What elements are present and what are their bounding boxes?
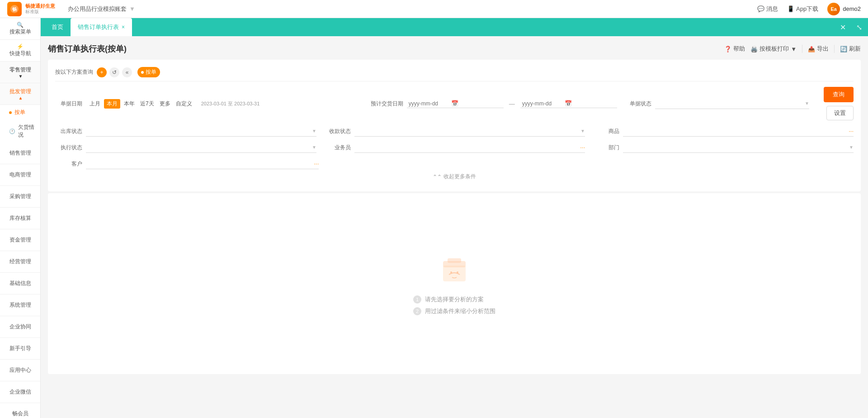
sidebar-item-basic[interactable]: 系统管理 bbox=[0, 294, 40, 316]
date-shortcut-7days[interactable]: 近7天 bbox=[138, 99, 156, 109]
calendar-start-icon[interactable]: 📅 bbox=[451, 100, 458, 107]
sidebar-item-operations[interactable]: 基础信息 bbox=[0, 273, 40, 294]
pay-status-input[interactable] bbox=[354, 128, 579, 134]
date-shortcut-custom[interactable]: 自定义 bbox=[174, 99, 194, 109]
exec-status-input[interactable] bbox=[86, 144, 310, 151]
refresh-scheme-button[interactable]: ↺ bbox=[109, 67, 119, 77]
dept-label: 部门 bbox=[592, 144, 619, 152]
refresh-icon: 🔄 bbox=[840, 46, 847, 52]
app-logo: 畅 bbox=[7, 2, 22, 16]
exec-status-dropdown-icon[interactable]: ▼ bbox=[312, 145, 316, 150]
tab-maximize-button[interactable]: ⤡ bbox=[854, 22, 864, 33]
sidebar-item-finance[interactable]: 经营管理 bbox=[0, 251, 40, 273]
date-shortcut-prev-month[interactable]: 上月 bbox=[88, 99, 102, 109]
debt-label: 欠货情况 bbox=[18, 124, 36, 139]
sidebar-item-inventory[interactable]: 资金管理 bbox=[0, 229, 40, 251]
pay-status-dropdown-icon[interactable]: ▼ bbox=[580, 128, 585, 133]
expected-date-start-input[interactable] bbox=[409, 100, 449, 107]
status-dropdown-area[interactable]: ▼ bbox=[655, 99, 809, 109]
customer-input[interactable] bbox=[86, 161, 312, 167]
dept-dropdown-icon[interactable]: ▼ bbox=[849, 145, 854, 150]
sidebar-item-ecommerce[interactable]: 采购管理 bbox=[0, 186, 40, 208]
help-button[interactable]: ❓ 帮助 bbox=[724, 45, 745, 53]
scheme-nav-order-exec[interactable]: 按单 bbox=[137, 67, 160, 77]
message-action[interactable]: 💬 消息 bbox=[757, 5, 778, 13]
sidebar-item-wholesale[interactable]: 批发管理 ▲ bbox=[0, 83, 40, 105]
dept-input[interactable] bbox=[623, 144, 847, 151]
settings-button[interactable]: 设置 bbox=[826, 106, 854, 120]
apps-label: 企业微信 bbox=[9, 388, 31, 396]
out-status-dropdown-area[interactable]: ▼ bbox=[86, 126, 316, 137]
sidebar-item-retail[interactable]: 零售管理 ▼ bbox=[0, 62, 40, 83]
sidebar-item-search[interactable]: 🔍 搜索菜单 bbox=[0, 18, 40, 40]
pay-status-dropdown-area[interactable]: ▼ bbox=[354, 126, 585, 137]
query-button[interactable]: 查询 bbox=[824, 87, 854, 102]
user-avatar-block[interactable]: Ea demo2 bbox=[827, 3, 861, 15]
sidebar-item-sales[interactable]: 电商管理 bbox=[0, 164, 40, 186]
sidebar-item-newbie[interactable]: 应用中心 bbox=[0, 360, 40, 381]
date-shortcut-more[interactable]: 更多 bbox=[158, 99, 172, 109]
sidebar-item-enterprise[interactable]: 新手引导 bbox=[0, 338, 40, 360]
salesman-label: 业务员 bbox=[324, 144, 351, 152]
collapse-scheme-button[interactable]: « bbox=[122, 67, 132, 77]
sidebar-item-marketing[interactable]: 销售管理 bbox=[0, 142, 40, 164]
product-input[interactable] bbox=[623, 128, 847, 134]
tab-bar: 首页 销售订单执行表 × ✕ ⤡ bbox=[41, 18, 868, 36]
search-icon: 🔍 bbox=[17, 22, 24, 28]
date-shortcut-current-month[interactable]: 本月 bbox=[104, 99, 120, 109]
message-icon: 💬 bbox=[757, 5, 764, 12]
wholesale-arrow-icon: ▲ bbox=[19, 95, 23, 100]
product-more-icon[interactable]: ··· bbox=[849, 128, 854, 134]
product-input-area[interactable]: ··· bbox=[623, 126, 854, 137]
app-sub: 标准版 bbox=[25, 9, 55, 14]
salesman-input[interactable] bbox=[354, 144, 578, 151]
help-icon: ❓ bbox=[724, 46, 731, 52]
calendar-end-icon[interactable]: 📅 bbox=[565, 100, 572, 107]
scheme-label: 按以下方案查询 bbox=[55, 68, 93, 76]
main-content-area: 1 请先选择要分析的方案 2 用过滤条件来缩小分析范围 bbox=[48, 193, 861, 374]
enterprise-label: 新手引导 bbox=[9, 345, 31, 352]
tab-bar-actions: ✕ ⤡ bbox=[837, 22, 864, 33]
svg-rect-4 bbox=[448, 258, 461, 263]
title-actions: ❓ 帮助 🖨️ 按模板打印 ▼ 📤 导出 🔄 刷新 bbox=[724, 45, 861, 53]
sidebar-item-purchase[interactable]: 库存核算 bbox=[0, 208, 40, 229]
marketing-label: 销售管理 bbox=[9, 149, 31, 157]
app-name: 畅捷通好生意 bbox=[25, 3, 55, 9]
add-scheme-button[interactable]: + bbox=[97, 67, 107, 77]
sidebar-sub-debt[interactable]: 🕐 欠货情况 bbox=[0, 120, 40, 142]
print-button[interactable]: 🖨️ 按模板打印 ▼ bbox=[750, 45, 802, 53]
status-dropdown-icon[interactable]: ▼ bbox=[805, 101, 809, 106]
tab-sales-exec[interactable]: 销售订单执行表 × bbox=[71, 18, 132, 36]
salesman-more-icon[interactable]: ··· bbox=[580, 144, 585, 151]
sidebar-sub-order-exec[interactable]: 按单 bbox=[0, 105, 40, 120]
date-shortcut-current-year[interactable]: 本年 bbox=[122, 99, 137, 109]
sidebar-item-system[interactable]: 企业协同 bbox=[0, 316, 40, 338]
out-status-input[interactable] bbox=[86, 128, 310, 134]
exec-status-dropdown-area[interactable]: ▼ bbox=[86, 142, 316, 153]
breadcrumb[interactable]: 办公用品行业模拟账套 ▼ bbox=[59, 5, 135, 13]
refresh-button[interactable]: 🔄 刷新 bbox=[840, 45, 861, 53]
out-status-dropdown-icon[interactable]: ▼ bbox=[312, 128, 316, 133]
print-label: 按模板打印 bbox=[760, 45, 789, 53]
salesman-input-area[interactable]: ··· bbox=[354, 142, 585, 153]
tab-home[interactable]: 首页 bbox=[44, 18, 71, 36]
header-right: 💬 消息 📱 App下载 Ea demo2 bbox=[757, 3, 861, 15]
app-download-action[interactable]: 📱 App下载 bbox=[787, 5, 818, 13]
sidebar-item-apps[interactable]: 企业微信 bbox=[0, 381, 40, 403]
sidebar-item-wechat[interactable]: 畅会员 bbox=[0, 403, 40, 418]
export-icon: 📤 bbox=[808, 46, 815, 52]
customer-input-area[interactable]: ··· bbox=[86, 158, 319, 169]
finance-label: 经营管理 bbox=[9, 258, 31, 266]
quicknav-label: 快捷导航 bbox=[2, 50, 38, 57]
expected-date-end-input[interactable] bbox=[522, 100, 563, 107]
customer-more-icon[interactable]: ··· bbox=[314, 160, 319, 167]
dept-dropdown-area[interactable]: ▼ bbox=[623, 142, 854, 153]
tab-close-all-button[interactable]: ✕ bbox=[837, 22, 848, 33]
scheme-nav-items: 按单 bbox=[137, 67, 160, 77]
tab-close-button[interactable]: × bbox=[122, 24, 125, 30]
main-layout: 🔍 搜索菜单 ⚡ 快捷导航 零售管理 ▼ 批发管理 ▲ 按单 🕐 欠货情况 销售… bbox=[0, 18, 868, 418]
collapse-bar[interactable]: ⌃⌃ 收起更多条件 bbox=[55, 169, 854, 184]
status-input[interactable] bbox=[655, 100, 803, 107]
sidebar-item-quicknav[interactable]: ⚡ 快捷导航 bbox=[0, 40, 40, 62]
export-button[interactable]: 📤 导出 bbox=[808, 45, 835, 53]
